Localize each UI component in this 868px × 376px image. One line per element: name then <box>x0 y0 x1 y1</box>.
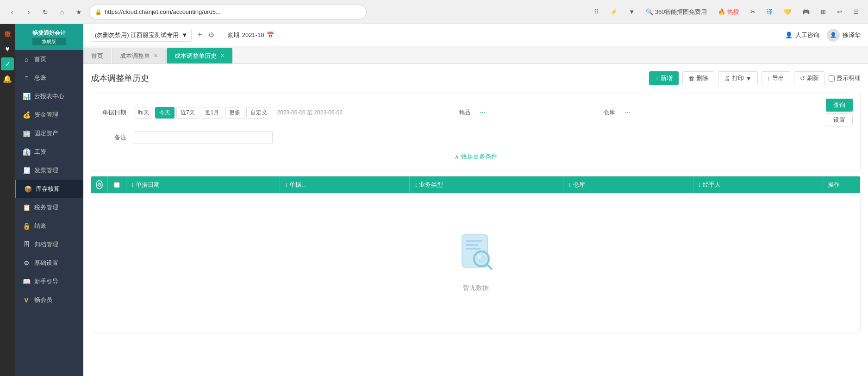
icon-sidebar-active[interactable]: ✓ <box>1 57 14 70</box>
note-input[interactable] <box>134 131 273 144</box>
collapse-label: 收起更多条件 <box>461 152 497 161</box>
calendar-icon[interactable]: 📅 <box>267 31 274 38</box>
new-btn[interactable]: + 新增 <box>649 71 678 85</box>
company-selector[interactable]: (勿删勿禁用) 江西服宝测试专用 ▼ <box>91 29 192 42</box>
sidebar-item-fixed-assets[interactable]: 🏢 固定资产 <box>15 124 83 143</box>
export-icon: ↑ <box>768 75 771 82</box>
th-type[interactable]: ↕ 业务类型 <box>410 176 563 193</box>
display-checkbox[interactable] <box>829 75 835 81</box>
avatar-icon: 👤 <box>830 32 837 38</box>
tab-cost-history[interactable]: 成本调整单历史 ✕ <box>167 48 232 63</box>
address-bar[interactable]: 🔒 https://cloud.chanjet.com/accounting/u… <box>89 5 367 19</box>
th-settings[interactable]: ⚙ <box>91 176 108 193</box>
tab-cost-adjustment[interactable]: 成本调整单 ✕ <box>112 48 166 63</box>
back-button[interactable]: ‹ <box>6 6 19 19</box>
wallet-button[interactable]: 💛 <box>780 6 795 17</box>
scissors-button[interactable]: ✂ <box>747 6 759 17</box>
lightning-button[interactable]: ⚡ <box>606 6 621 17</box>
icon-sidebar-weibo[interactable]: 微 <box>1 28 14 41</box>
sidebar-item-ledger[interactable]: ≡ 总账 <box>15 69 83 87</box>
add-company-btn[interactable]: + <box>197 30 202 40</box>
settings-query-btn[interactable]: 设置 <box>826 113 853 126</box>
icon-sidebar-heart[interactable]: ♥ <box>1 43 14 56</box>
select-all-checkbox[interactable] <box>114 182 120 188</box>
service-btn[interactable]: 👤 人工咨询 <box>785 31 819 39</box>
home-button[interactable]: ⌂ <box>56 6 69 19</box>
th-date[interactable]: ↕ 单据日期 <box>126 176 280 193</box>
forward-button[interactable]: › <box>22 6 35 19</box>
refresh-btn[interactable]: ↺ 刷新 <box>794 71 825 85</box>
sidebar-item-invoice[interactable]: 🧾 发票管理 <box>15 161 83 180</box>
dropdown-button[interactable]: ▼ <box>625 6 638 17</box>
sidebar-item-guide[interactable]: 📖 新手引导 <box>15 272 83 291</box>
sidebar-item-funds[interactable]: 💰 资金管理 <box>15 106 83 124</box>
sidebar-item-close[interactable]: 🔒 结账 <box>15 217 83 235</box>
user-profile[interactable]: 👤 徐泽华 <box>827 29 861 42</box>
hot-search-button[interactable]: 🔥 热搜 <box>714 6 743 18</box>
delete-btn[interactable]: 🗑 删除 <box>682 71 714 85</box>
query-btn[interactable]: 查询 <box>826 99 853 112</box>
translate-button[interactable]: 译 <box>763 6 776 18</box>
search-button[interactable]: 🔍 360智能抠图免费用 <box>642 6 711 18</box>
refresh-button[interactable]: ↻ <box>39 6 52 19</box>
sidebar-item-salary[interactable]: 👔 工资 <box>15 143 83 161</box>
date-filter-label: 单据日期 <box>99 108 126 117</box>
th-warehouse[interactable]: ↕ 仓库 <box>563 176 693 193</box>
empty-text: 暂无数据 <box>463 284 489 292</box>
yesterday-btn[interactable]: 昨天 <box>134 107 153 119</box>
display-toggle[interactable]: 显示明细 <box>829 74 861 82</box>
page-title: 成本调整单历史 <box>91 73 149 84</box>
browser-bar: ‹ › ↻ ⌂ ★ 🔒 https://cloud.chanjet.com/ac… <box>0 0 868 24</box>
empty-icon <box>453 230 499 276</box>
tab-cost-adjustment-close[interactable]: ✕ <box>154 53 158 59</box>
th-checkbox[interactable] <box>108 176 126 193</box>
today-btn[interactable]: 今天 <box>155 107 175 119</box>
th-person[interactable]: ↕ 经手人 <box>693 176 823 193</box>
filter-actions: 查询 设置 <box>826 99 853 126</box>
sidebar-item-inventory[interactable]: 📦 库存核算 <box>15 180 83 198</box>
grid-button[interactable]: ⊞ <box>817 6 830 17</box>
warehouse-dots[interactable]: ··· <box>624 108 631 117</box>
star-button[interactable]: ★ <box>72 6 85 19</box>
extensions-button[interactable]: ⠿ <box>591 6 603 17</box>
username: 徐泽华 <box>843 31 861 39</box>
sidebar-label-tax: 税务管理 <box>34 203 58 212</box>
page-actions: + 新增 🗑 删除 🖨 打印 ▼ ↑ 导出 ↺ <box>649 71 861 85</box>
guide-icon: 📖 <box>22 278 31 285</box>
sidebar-item-archive[interactable]: 🗄 归档管理 <box>15 235 83 254</box>
settings-gear-icon[interactable]: ⚙ <box>208 31 214 39</box>
sidebar-nav: ⌂ 首页 ≡ 总账 📊 云报表中心 💰 资金管理 🏢 固定资产 👔 工资 <box>15 50 83 376</box>
game-button[interactable]: 🎮 <box>799 6 813 17</box>
print-label: 打印 <box>732 74 744 82</box>
tab-cost-adjustment-label: 成本调整单 <box>120 52 150 60</box>
goods-dots[interactable]: ··· <box>480 108 486 117</box>
sidebar-item-home[interactable]: ⌂ 首页 <box>15 50 83 69</box>
th-doc-label: ↕ 单据... <box>285 181 306 189</box>
sidebar-item-settings[interactable]: ⚙ 基础设置 <box>15 254 83 272</box>
export-btn[interactable]: ↑ 导出 <box>762 71 791 85</box>
sidebar-item-vip[interactable]: V 畅会员 <box>15 291 83 309</box>
tab-home[interactable]: 首页 <box>83 48 111 63</box>
home-icon: ⌂ <box>22 56 31 63</box>
undo-button[interactable]: ↩ <box>833 6 846 17</box>
sidebar-label-close: 结账 <box>34 222 46 230</box>
gear-icon[interactable]: ⚙ <box>96 180 103 189</box>
more-btn[interactable]: 更多 <box>225 107 244 119</box>
icon-sidebar-bell[interactable]: 🔔 <box>1 72 14 85</box>
1month-btn[interactable]: 近1月 <box>201 107 224 119</box>
print-btn[interactable]: 🖨 打印 ▼ <box>718 71 758 85</box>
sidebar-item-reports[interactable]: 📊 云报表中心 <box>15 87 83 106</box>
7days-btn[interactable]: 近7天 <box>176 107 199 119</box>
sidebar-label-invoice: 发票管理 <box>34 166 58 175</box>
collapse-btn[interactable]: ∧ 收起更多条件 <box>455 152 497 161</box>
tab-cost-history-close[interactable]: ✕ <box>220 53 225 59</box>
custom-btn[interactable]: 自定义 <box>246 107 271 119</box>
sidebar-item-tax[interactable]: 📋 税务管理 <box>15 198 83 217</box>
browser-tools: ⠿ ⚡ ▼ 🔍 360智能抠图免费用 🔥 热搜 ✂ 译 💛 🎮 ⊞ ↩ ☰ <box>591 6 862 18</box>
svg-rect-3 <box>466 248 481 250</box>
th-doc[interactable]: ↕ 单据... <box>280 176 410 193</box>
table-header: ⚙ ↕ 单据日期 ↕ 单据... ↕ 业务类型 ↕ 仓库 <box>91 176 860 193</box>
main-sidebar: 畅捷通好会计 旗舰版 ⌂ 首页 ≡ 总账 📊 云报表中心 💰 资金管理 🏢 <box>15 24 83 376</box>
menu-button[interactable]: ☰ <box>849 6 862 17</box>
sidebar-label-archive: 归档管理 <box>34 240 58 249</box>
